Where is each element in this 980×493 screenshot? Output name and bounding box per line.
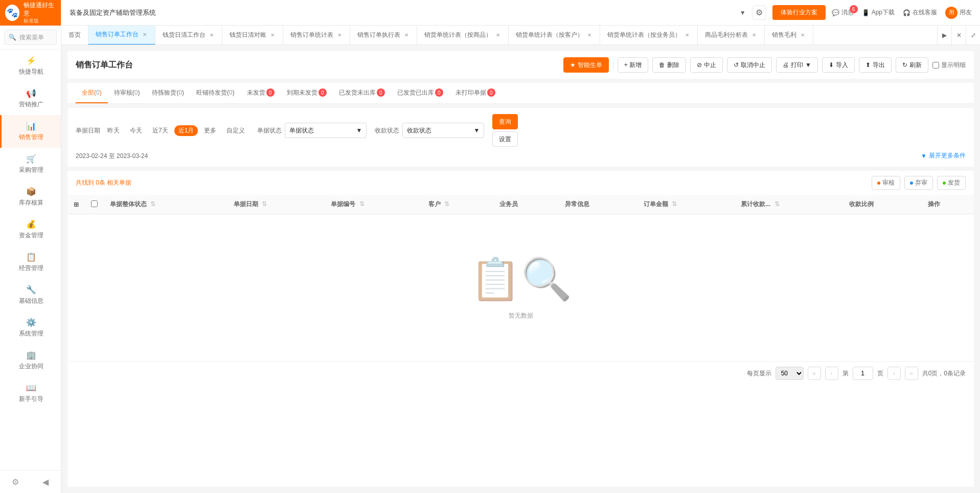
sidebar-item-quick-nav[interactable]: ⚡ 快捷导航 [0, 50, 61, 82]
export-btn[interactable]: ⬆ 导出 [859, 57, 892, 73]
expand-filter-btn[interactable]: ▼ 展开更多条件 [921, 151, 966, 160]
date-btn-1month[interactable]: 近1月 [174, 125, 198, 136]
th-anomaly: 异常信息 [559, 195, 637, 214]
import-btn[interactable]: ⬇ 导入 [822, 57, 855, 73]
show-detail-label[interactable]: 显示明细 [932, 61, 966, 70]
tab-close-sales-profit[interactable]: ✕ [800, 31, 806, 39]
date-btn-more[interactable]: 更多 [200, 125, 220, 136]
filter-tab-wangpu[interactable]: 旺铺待发货(0) [190, 83, 241, 103]
tab-close-cash-reconcile[interactable]: ✕ [269, 31, 276, 39]
sidebar-item-purchase[interactable]: 🛒 采购管理 [0, 148, 61, 181]
date-btn-yesterday[interactable]: 昨天 [103, 125, 124, 136]
print-btn[interactable]: 🖨 打印 ▼ [776, 57, 818, 73]
page-number-input[interactable] [853, 367, 873, 380]
sidebar-logo[interactable]: 🐾 畅捷通好生意 标准版 [0, 0, 61, 26]
refresh-icon: ↻ [902, 61, 907, 69]
topbar-system-title: 装备及固定资产辅助管理系统 [70, 8, 734, 17]
tab-cash-daily[interactable]: 钱货日清工作台 ✕ [155, 26, 222, 45]
service-btn[interactable]: 🎧 在线客服 [903, 8, 937, 17]
query-btn[interactable]: 查询 [492, 114, 518, 129]
sidebar-item-operations[interactable]: 📋 经营管理 [0, 246, 61, 279]
user-btn[interactable]: 用 用友 [945, 7, 972, 19]
sidebar-item-base[interactable]: 🔧 基础信息 [0, 279, 61, 311]
tab-close-all-btn[interactable]: ✕ [951, 26, 966, 45]
prev-page-btn[interactable]: ‹ [825, 367, 838, 380]
tab-close-sales-stat-product[interactable]: ✕ [495, 31, 501, 39]
tab-close-sales-stat-staff[interactable]: ✕ [684, 31, 690, 39]
tab-close-sales-exec[interactable]: ✕ [403, 31, 409, 39]
filter-tab-shipped-not-out[interactable]: 已发货未出库0 [333, 83, 391, 103]
select-all-checkbox[interactable] [91, 200, 98, 207]
date-btn-today[interactable]: 今天 [126, 125, 146, 136]
tab-sales-stat-product[interactable]: 销货单统计表（按商品） ✕ [417, 26, 509, 45]
column-config-icon[interactable]: ⊞ [74, 201, 79, 208]
filter-tab-pending-inspect[interactable]: 待拣验货(0) [146, 83, 190, 103]
date-btn-custom[interactable]: 自定义 [222, 125, 249, 136]
tab-product-margin[interactable]: 商品毛利分析表 ✕ [698, 26, 765, 45]
date-btn-7days[interactable]: 近7天 [148, 125, 172, 136]
refresh-btn[interactable]: ↻ 刷新 [896, 57, 928, 73]
audit-action-btn[interactable]: 审核 [872, 176, 900, 190]
tab-close-sales-workbench[interactable]: ✕ [142, 31, 148, 38]
tab-sales-profit[interactable]: 销售毛利 ✕ [765, 26, 813, 45]
tab-sales-workbench[interactable]: 销售订单工作台 ✕ [88, 26, 155, 45]
num-sort-icon[interactable]: ⇅ [359, 200, 364, 208]
status-sort-icon[interactable]: ⇅ [150, 200, 155, 208]
settings-bottom-btn[interactable]: ⚙ [0, 470, 31, 493]
last-page-btn[interactable]: » [905, 367, 918, 380]
next-page-btn[interactable]: › [887, 367, 901, 380]
payment-filter-select[interactable]: 收款状态 ▼ [402, 123, 484, 138]
finance-icon: 💰 [26, 219, 36, 229]
filter-settings-btn[interactable]: 设置 [492, 131, 518, 147]
sidebar-item-finance[interactable]: 💰 资金管理 [0, 213, 61, 246]
topbar-dropdown[interactable]: ▼ [740, 9, 746, 16]
collected-sort-icon[interactable]: ⇅ [774, 200, 780, 208]
delete-btn[interactable]: 🗑 删除 [652, 57, 686, 73]
tab-close-sales-stat-customer[interactable]: ✕ [586, 31, 592, 39]
status-filter-select[interactable]: 单据状态 ▼ [285, 123, 367, 138]
cancel-suspend-btn[interactable]: ↺ 取消中止 [727, 57, 772, 73]
sidebar-item-sales[interactable]: 📊 销售管理 [0, 115, 61, 148]
filter-tab-shipped-out[interactable]: 已发货已出库0 [391, 83, 449, 103]
filter-tab-not-shipped[interactable]: 未发货0 [241, 83, 281, 103]
ship-action-btn[interactable]: 发货 [937, 176, 966, 190]
sidebar-item-corp[interactable]: 🏢 企业协同 [0, 344, 61, 377]
filter-tab-overdue[interactable]: 到期未发货0 [281, 83, 333, 103]
first-page-btn[interactable]: « [808, 367, 821, 380]
tab-sales-stat-customer[interactable]: 销货单统计表（按客户） ✕ [509, 26, 600, 45]
tab-sales-stat[interactable]: 销售订单统计表 ✕ [283, 26, 350, 45]
trial-button[interactable]: 体验行业方案 [772, 5, 826, 20]
date-sort-icon[interactable]: ⇅ [262, 200, 267, 208]
tab-home[interactable]: 首页 [61, 26, 88, 45]
add-btn[interactable]: + 新增 [618, 57, 648, 73]
customer-sort-icon[interactable]: ⇅ [444, 200, 449, 208]
tab-sales-exec[interactable]: 销售订单执行表 ✕ [350, 26, 417, 45]
page-size-select[interactable]: 50 10 20 100 [776, 367, 804, 380]
tab-close-sales-stat[interactable]: ✕ [336, 31, 343, 39]
sidebar-item-inventory[interactable]: 📦 库存核算 [0, 181, 61, 213]
tab-close-cash-daily[interactable]: ✕ [209, 31, 215, 39]
cancel-audit-action-btn[interactable]: 弃审 [904, 176, 933, 190]
msg-btn[interactable]: 💬 消息 6 [832, 8, 854, 17]
filter-tab-all[interactable]: 全部(0) [76, 83, 108, 103]
sidebar-item-guide[interactable]: 📖 新手引导 [0, 377, 61, 410]
topbar-gear-btn[interactable]: ⚙ [752, 6, 766, 20]
th-collected: 累计收款... ⇅ [735, 195, 843, 214]
search-menu-button[interactable]: 🔍 搜索菜单 [4, 30, 57, 45]
smart-create-btn[interactable]: ★ 智能生单 [563, 57, 609, 73]
suspend-btn[interactable]: ⊘ 中止 [690, 57, 723, 73]
collapse-btn[interactable]: ◀ [31, 470, 61, 493]
sidebar-item-system[interactable]: ⚙️ 系统管理 [0, 311, 61, 344]
tab-scroll-right-btn[interactable]: ▶ [937, 26, 951, 45]
filter-tab-pending-audit[interactable]: 待审核(0) [108, 83, 146, 103]
tab-cash-reconcile[interactable]: 钱货日清对账 ✕ [222, 26, 283, 45]
amount-sort-icon[interactable]: ⇅ [672, 200, 677, 208]
tab-sales-stat-staff[interactable]: 销货单统计表（按业务员） ✕ [600, 26, 698, 45]
filter-tab-not-printed[interactable]: 未打印单据0 [449, 83, 502, 103]
tab-close-product-margin[interactable]: ✕ [751, 31, 757, 39]
show-detail-checkbox[interactable] [932, 62, 939, 69]
app-download-btn[interactable]: 📱 App下载 [862, 8, 895, 17]
filter-form: 单据日期 昨天 今天 近7天 近1月 更多 自定义 单据状态 单据状态 ▼ [67, 108, 974, 167]
tab-maximize-btn[interactable]: ⤢ [966, 26, 980, 45]
sidebar-item-marketing[interactable]: 📢 营销推广 [0, 82, 61, 115]
